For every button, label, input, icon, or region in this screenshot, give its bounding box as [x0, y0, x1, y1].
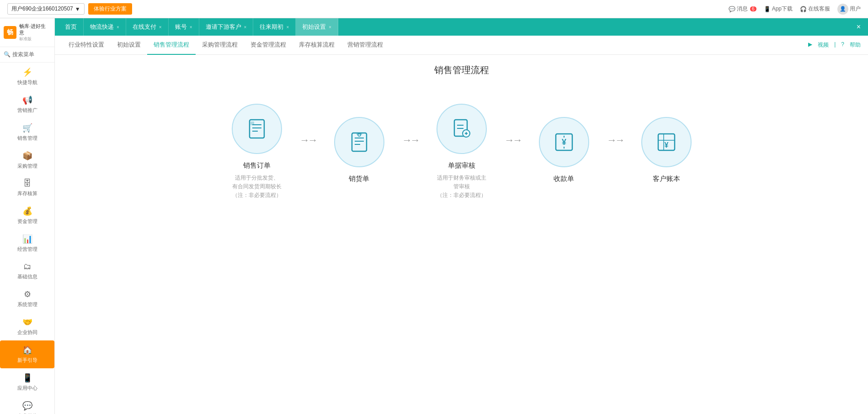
sidebar-item-basic-info[interactable]: 🗂基础信息 [0, 257, 54, 285]
video-help-icon: ▶ [808, 41, 812, 49]
sub-nav-item-0[interactable]: 行业特性设置 [62, 36, 111, 55]
search-icon: 🔍 [4, 51, 11, 58]
flow-arrow-3: →→ [605, 134, 625, 146]
svg-text:¥: ¥ [664, 141, 668, 149]
nav-tab-4[interactable]: 邀请下游客户× [199, 18, 254, 36]
sidebar-label-finance: 资金管理 [17, 218, 37, 225]
nav-tab-6[interactable]: 初始设置× [296, 18, 338, 36]
sub-nav-item-2[interactable]: 销售管理流程 [147, 36, 196, 55]
sidebar-icon-new-guide: 🏠 [22, 345, 32, 355]
nav-tab-label-5: 往来期初 [260, 23, 283, 31]
sidebar-label-operations: 经营管理 [17, 246, 37, 253]
sidebar-item-app-center[interactable]: 📱应用中心 [0, 368, 54, 396]
video-label[interactable]: 视频 [818, 41, 829, 49]
nav-tab-close-1[interactable]: × [117, 25, 119, 30]
top-bar-right: 💬 消息 6 📱 App下载 🎧 在线客服 👤 用户 [729, 4, 861, 15]
flow-arrow-2: →→ [503, 134, 523, 146]
sub-nav-item-1[interactable]: 初始设置 [111, 36, 147, 55]
sidebar-label-purchase: 采购管理 [17, 163, 37, 170]
sidebar-item-finance[interactable]: 💰资金管理 [0, 202, 54, 229]
nav-tab-0[interactable]: 首页 [59, 18, 84, 36]
sidebar-label-new-guide: 新手引导 [17, 357, 37, 364]
sidebar-item-inventory[interactable]: 🗄库存核算 [0, 174, 54, 202]
sidebar-icon-system: ⚙ [24, 289, 31, 299]
flow-circle-receipt: ¥ [539, 117, 589, 167]
top-bar: 用户690企业1660120507 ▼ 体验行业方案 💬 消息 6 📱 App下… [0, 0, 868, 18]
dropdown-icon: ▼ [75, 6, 80, 12]
search-menu[interactable]: 🔍 搜索菜单 [0, 47, 54, 63]
close-all-tabs[interactable]: × [853, 23, 864, 31]
nav-tab-close-4[interactable]: × [244, 25, 247, 30]
sidebar-item-new-guide[interactable]: 🏠新手引导 [0, 340, 54, 368]
user-selector-label: 用户690企业1660120507 [11, 5, 73, 13]
sub-nav-list: 行业特性设置初始设置销售管理流程采购管理流程资金管理流程库存核算流程营销管理流程 [62, 36, 389, 55]
nav-tab-close-3[interactable]: × [190, 25, 192, 30]
sidebar-icon-enterprise-wechat: 💬 [22, 401, 32, 411]
sidebar-item-enterprise-coop[interactable]: 🤝企业协同 [0, 313, 54, 340]
nav-tab-5[interactable]: 往来期初× [253, 18, 296, 36]
sidebar-icon-purchase: 📦 [22, 151, 32, 161]
phone-icon: 📱 [764, 6, 771, 12]
sidebar-icon-basic-info: 🗂 [23, 262, 32, 271]
app-download-item[interactable]: 📱 App下载 [764, 5, 793, 13]
sub-nav-item-3[interactable]: 采购管理流程 [196, 36, 244, 55]
sidebar-item-sales-mgmt[interactable]: 🛒销售管理 [0, 118, 54, 146]
nav-tabs-list: 首页物流快递×在线支付×账号×邀请下游客户×往来期初×初始设置× [59, 18, 338, 36]
sub-nav-item-6[interactable]: 营销管理流程 [341, 36, 389, 55]
sidebar-icon-finance: 💰 [22, 206, 32, 216]
sidebar-label-enterprise-wechat: 企业微信 [17, 413, 37, 414]
sub-nav-item-4[interactable]: 资金管理流程 [244, 36, 293, 55]
nav-tab-1[interactable]: 物流快递× [84, 18, 126, 36]
sub-nav-item-5[interactable]: 库存核算流程 [293, 36, 341, 55]
sidebar-icon-operations: 📊 [22, 234, 32, 244]
trial-button[interactable]: 体验行业方案 [88, 3, 132, 15]
nav-tab-label-4: 邀请下游客户 [206, 23, 241, 31]
nav-tab-close-5[interactable]: × [286, 25, 289, 30]
sidebar-label-quick-nav: 快捷导航 [17, 79, 37, 86]
flow-item-sales-order: 销售订单 适用于分批发货、有合同发货周期较长（注：非必要流程） [216, 104, 298, 200]
message-item[interactable]: 💬 消息 6 [729, 5, 756, 13]
user-selector[interactable]: 用户690企业1660120507 ▼ [7, 3, 85, 15]
main-content: 首页物流快递×在线支付×账号×邀请下游客户×往来期初×初始设置× × 行业特性设… [55, 18, 868, 414]
sidebar-item-purchase[interactable]: 📦采购管理 [0, 146, 54, 174]
sidebar-item-enterprise-wechat[interactable]: 💬企业微信 [0, 396, 54, 414]
svg-rect-5 [352, 133, 367, 151]
app-download-label: App下载 [772, 5, 793, 13]
help-label[interactable]: 帮助 [850, 41, 861, 49]
nav-tab-2[interactable]: 在线支付× [126, 18, 169, 36]
svg-rect-4 [250, 122, 254, 125]
nav-tab-label-1: 物流快递 [90, 23, 114, 31]
flow-circle-sales-order [232, 104, 282, 154]
flow-label-customer-ledger: 客户账本 [653, 175, 680, 183]
logo-text-block: 畅库·进好生意 标准版 [19, 23, 51, 42]
logo-subtitle: 标准版 [19, 36, 51, 42]
nav-tabs: 首页物流快递×在线支付×账号×邀请下游客户×往来期初×初始设置× × [55, 18, 868, 36]
nav-tab-close-6[interactable]: × [329, 25, 331, 30]
online-service-item[interactable]: 🎧 在线客服 [800, 5, 830, 13]
nav-tab-label-3: 账号 [175, 23, 187, 31]
sidebar-label-enterprise-coop: 企业协同 [17, 329, 37, 336]
sidebar-icon-app-center: 📱 [22, 373, 32, 383]
sidebar-item-system[interactable]: ⚙系统管理 [0, 285, 54, 313]
flow-arrow-0: →→ [298, 134, 318, 146]
page-title: 销售管理流程 [73, 64, 850, 76]
sidebar-logo: 畅 畅库·进好生意 标准版 [0, 18, 54, 47]
sidebar: 畅 畅库·进好生意 标准版 🔍 搜索菜单 ⚡快捷导航📢营销推广🛒销售管理📦采购管… [0, 18, 55, 414]
user-avatar-item[interactable]: 👤 用户 [837, 4, 861, 15]
sidebar-icon-quick-nav: ⚡ [22, 67, 32, 77]
sidebar-item-quick-nav[interactable]: ⚡快捷导航 [0, 63, 54, 90]
sub-nav: 行业特性设置初始设置销售管理流程采购管理流程资金管理流程库存核算流程营销管理流程… [55, 36, 868, 55]
sidebar-icon-marketing: 📢 [22, 95, 32, 105]
sidebar-icon-enterprise-coop: 🤝 [22, 317, 32, 327]
sidebar-label-app-center: 应用中心 [17, 385, 37, 392]
flow-label-document-review: 单据审核 [448, 161, 475, 170]
nav-tab-3[interactable]: 账号× [169, 18, 199, 36]
nav-tab-close-2[interactable]: × [159, 25, 162, 30]
flow-item-receipt: ¥ 收款单 [523, 117, 605, 187]
flow-circle-document-review [437, 104, 487, 154]
sidebar-item-marketing[interactable]: 📢营销推广 [0, 90, 54, 118]
sidebar-item-operations[interactable]: 📊经营管理 [0, 229, 54, 257]
online-service-label: 在线客服 [808, 5, 830, 13]
logo-title: 畅库·进好生意 [19, 23, 51, 36]
sidebar-icon-inventory: 🗄 [23, 179, 32, 188]
